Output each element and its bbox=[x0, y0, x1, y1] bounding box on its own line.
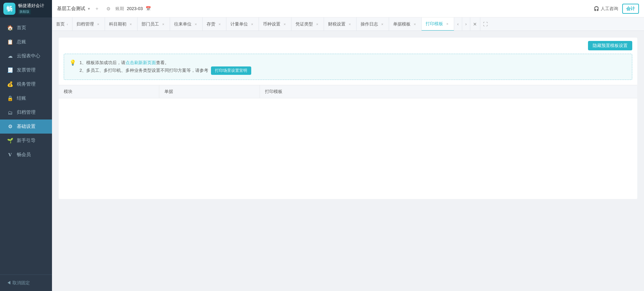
ledger-icon: 📋 bbox=[7, 39, 13, 45]
sidebar-item-label: 基础设置 bbox=[17, 124, 36, 130]
add-company-button[interactable]: ＋ bbox=[93, 4, 101, 13]
content-wrapper: 隐藏预置模板设置 💡 1、模板添加成功后，请点击刷新新页面查看。 2、多员工、多… bbox=[59, 38, 637, 199]
tab-label: 科目期初 bbox=[109, 21, 126, 27]
sidebar-item-invoice[interactable]: 🧾 发票管理 bbox=[0, 63, 52, 77]
tab-label: 往来单位 bbox=[174, 21, 192, 27]
top-bar-right: 🎧 人工咨询 会计 bbox=[594, 4, 639, 14]
tab-close-inventory[interactable]: × bbox=[217, 22, 222, 27]
notice-row: 💡 1、模板添加成功后，请点击刷新新页面查看。 2、多员工、多打印机、多种业务类… bbox=[69, 59, 627, 75]
sidebar-item-label: 首页 bbox=[17, 25, 26, 31]
logo-text-block: 畅捷通好会计 旗舰版 bbox=[18, 3, 44, 15]
tab-archive-mgmt[interactable]: 归档管理 × bbox=[72, 17, 105, 31]
tab-close-dept[interactable]: × bbox=[161, 22, 166, 27]
refresh-link[interactable]: 点击刷新新页面 bbox=[125, 60, 156, 65]
tab-from-unit[interactable]: 往来单位 × bbox=[170, 17, 203, 31]
period-label: 账期 bbox=[115, 6, 124, 12]
tab-operation-log[interactable]: 操作日志 × bbox=[357, 17, 389, 31]
print-scene-button[interactable]: 打印场景设置宣明 bbox=[211, 66, 251, 75]
company-name: 基层工会测试 bbox=[57, 6, 85, 12]
tab-close-subject[interactable]: × bbox=[128, 22, 133, 27]
sidebar-item-home[interactable]: 🏠 首页 bbox=[0, 21, 52, 35]
tax-icon: 💰 bbox=[7, 81, 13, 87]
tab-bar: 首页 ‹ 归档管理 × 科目期初 × 部门员工 × 往来单位 × 存货 × 计量… bbox=[52, 17, 644, 31]
tab-close-log[interactable]: × bbox=[380, 22, 385, 27]
tab-close-currency[interactable]: × bbox=[282, 22, 287, 27]
tab-label: 打印模板 bbox=[426, 21, 443, 27]
logo-title: 畅捷通好会计 bbox=[18, 3, 44, 9]
sidebar-item-label: 总账 bbox=[17, 39, 26, 45]
lightbulb-icon: 💡 bbox=[69, 59, 76, 66]
settings-icon: ⚙ bbox=[7, 124, 13, 130]
tab-dept-staff[interactable]: 部门员工 × bbox=[138, 17, 170, 31]
ai-label: 人工咨询 bbox=[601, 6, 618, 12]
sidebar-item-cloud-reports[interactable]: ☁ 云报表中心 bbox=[0, 49, 52, 63]
tab-label: 操作日志 bbox=[361, 21, 378, 27]
tab-label: 计量单位 bbox=[230, 21, 248, 27]
tab-next-button[interactable]: › bbox=[462, 17, 470, 31]
tab-measure-unit[interactable]: 计量单位 × bbox=[226, 17, 259, 31]
tab-print-template[interactable]: 打印模板 × bbox=[422, 17, 454, 31]
tab-maximize-button[interactable]: ⛶ bbox=[480, 17, 490, 31]
sidebar-item-label: 发票管理 bbox=[17, 67, 36, 73]
ai-consultation-button[interactable]: 🎧 人工咨询 bbox=[594, 6, 618, 12]
page-content: 隐藏预置模板设置 💡 1、模板添加成功后，请点击刷新新页面查看。 2、多员工、多… bbox=[52, 31, 644, 291]
tab-close-measure[interactable]: × bbox=[250, 22, 255, 27]
tab-close-tax[interactable]: × bbox=[347, 22, 352, 27]
sidebar-logo: 畅 畅捷通好会计 旗舰版 bbox=[0, 0, 52, 17]
sidebar-item-label: 云报表中心 bbox=[17, 53, 40, 59]
calendar-icon[interactable]: 📅 bbox=[146, 6, 151, 11]
settings-gear-button[interactable]: ⚙ bbox=[104, 4, 113, 13]
archive-icon: 🗂 bbox=[7, 110, 13, 115]
accountant-button[interactable]: 会计 bbox=[622, 4, 639, 14]
tab-close-from-unit[interactable]: × bbox=[194, 22, 198, 27]
sidebar-item-label: 新手引导 bbox=[17, 138, 36, 144]
logo-icon: 畅 bbox=[3, 3, 15, 15]
newbie-icon: 🌱 bbox=[7, 138, 13, 144]
tab-currency[interactable]: 币种设置 × bbox=[259, 17, 291, 31]
sidebar-item-general-ledger[interactable]: 📋 总账 bbox=[0, 35, 52, 49]
tab-voucher-type[interactable]: 凭证类型 × bbox=[291, 17, 324, 31]
home-icon: 🏠 bbox=[7, 25, 13, 31]
sidebar-item-basic-settings[interactable]: ⚙ 基础设置 bbox=[0, 119, 52, 134]
sidebar-item-archive[interactable]: 🗂 归档管理 bbox=[0, 105, 52, 119]
tab-close-single[interactable]: × bbox=[413, 22, 417, 27]
notice-line-1: 1、模板添加成功后，请点击刷新新页面查看。 bbox=[79, 59, 627, 66]
cloud-icon: ☁ bbox=[7, 53, 13, 59]
top-bar: 基层工会测试 ▾ ＋ ⚙ 账期 2023-03 📅 🎧 人工咨询 会计 bbox=[52, 0, 644, 17]
notice-line1-before: 1、模板添加成功后，请 bbox=[79, 60, 125, 65]
hide-preview-button[interactable]: 隐藏预置模板设置 bbox=[588, 41, 632, 50]
member-icon: V bbox=[7, 152, 13, 158]
tab-label: 单据模板 bbox=[393, 21, 411, 27]
sidebar-item-tax[interactable]: 💰 税务管理 bbox=[0, 77, 52, 91]
sidebar-item-label: 结账 bbox=[17, 95, 26, 101]
tab-close-all-button[interactable]: ✕ bbox=[470, 17, 480, 31]
tab-close-print[interactable]: × bbox=[445, 21, 450, 26]
sidebar-item-close[interactable]: 🔒 结账 bbox=[0, 91, 52, 105]
sidebar-item-label: 归档管理 bbox=[17, 109, 36, 115]
tab-prev-button[interactable]: ‹ bbox=[454, 17, 462, 31]
tab-subject-period[interactable]: 科目期初 × bbox=[105, 17, 138, 31]
th-print-template: 打印模板 bbox=[260, 85, 637, 98]
th-module: 模块 bbox=[59, 85, 159, 98]
period-value: 2023-03 bbox=[127, 6, 143, 11]
tab-label: 凭证类型 bbox=[296, 21, 313, 27]
top-bar-left: 基层工会测试 ▾ ＋ ⚙ 账期 2023-03 📅 bbox=[57, 4, 151, 13]
sidebar-item-member[interactable]: V 畅会员 bbox=[0, 148, 52, 162]
tab-inventory[interactable]: 存货 × bbox=[203, 17, 226, 31]
tab-close-voucher[interactable]: × bbox=[315, 22, 320, 27]
unpin-button[interactable]: ◀ 取消固定 bbox=[0, 275, 52, 291]
table-header: 模块 单据 打印模板 bbox=[59, 85, 637, 98]
tab-tax-settings[interactable]: 财税设置 × bbox=[324, 17, 357, 31]
tab-nav-arrow[interactable]: ‹ bbox=[67, 22, 68, 26]
company-dropdown-arrow[interactable]: ▾ bbox=[88, 6, 90, 11]
notice-line2-before: 2、多员工、多打印机、多种业务类型设置不同打印方案等，请参考 bbox=[79, 68, 208, 73]
tab-home[interactable]: 首页 ‹ bbox=[52, 17, 72, 31]
tab-label: 存货 bbox=[207, 21, 215, 27]
tab-single-template[interactable]: 单据模板 × bbox=[389, 17, 422, 31]
notice-box: 💡 1、模板添加成功后，请点击刷新新页面查看。 2、多员工、多打印机、多种业务类… bbox=[64, 54, 632, 80]
sidebar-nav: 🏠 首页 📋 总账 ☁ 云报表中心 🧾 发票管理 💰 税务管理 🔒 结账 🗂 归… bbox=[0, 17, 52, 275]
tab-label: 首页 bbox=[56, 21, 65, 27]
tab-label: 归档管理 bbox=[76, 21, 94, 27]
tab-close-archive[interactable]: × bbox=[96, 22, 101, 27]
sidebar-item-newbie[interactable]: 🌱 新手引导 bbox=[0, 134, 52, 148]
